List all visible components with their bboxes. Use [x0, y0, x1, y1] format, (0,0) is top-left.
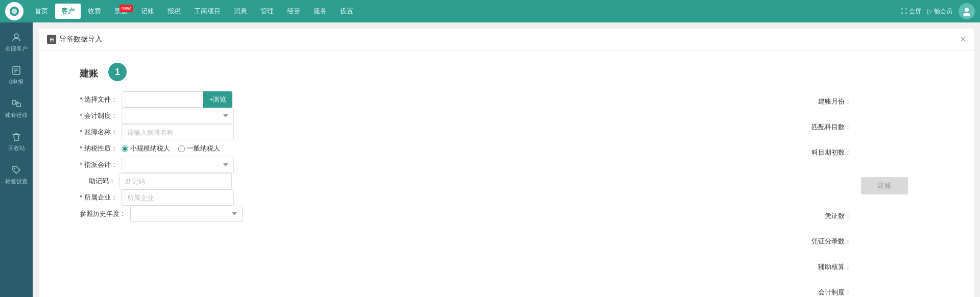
nav-home[interactable]: 首页: [29, 4, 54, 19]
tax-general-radio[interactable]: [178, 145, 185, 152]
accountant-row: * 指派会计：: [80, 157, 790, 173]
nav-right: ⛶ 全屏 ▷ 畅会员: [901, 3, 975, 19]
info-column: 建账月份： 匹配科目数： 科目期初数： 建账: [810, 63, 974, 297]
nav-settings[interactable]: 设置: [334, 4, 360, 19]
close-button[interactable]: ×: [960, 35, 966, 44]
nav-operations[interactable]: 经营: [281, 4, 306, 19]
ledger-name-input[interactable]: [122, 124, 234, 140]
content-area: ⊞ 导爷数据导入 × 建账 1: [33, 22, 980, 297]
memo-row: 助记码：: [80, 173, 790, 189]
nav-tax[interactable]: 报税: [161, 4, 187, 19]
file-select-row: * 选择文件： +浏览: [80, 91, 790, 108]
match-subjects-row: 匹配科目数：: [810, 119, 959, 135]
step-indicator: 建账 1: [80, 63, 790, 81]
voucher-records-row: 凭证分录数：: [810, 233, 959, 250]
match-subjects-label: 匹配科目数：: [810, 122, 851, 132]
nav-bookkeeping[interactable]: 记账: [135, 4, 160, 19]
memo-label: 助记码：: [80, 177, 115, 186]
voucher-records-label: 凭证分录数：: [810, 237, 851, 246]
company-label: * 所属企业：: [80, 193, 117, 202]
svg-point-2: [963, 13, 970, 16]
dialog-panel: ⊞ 导爷数据导入 × 建账 1: [39, 29, 974, 297]
auxiliary-row: 辅助核算：: [810, 259, 959, 275]
info-accounting-system-label: 会计制度：: [810, 288, 851, 297]
member-button[interactable]: ▷ 畅会员: [927, 7, 952, 16]
file-input[interactable]: [122, 91, 203, 108]
nav-service[interactable]: 服务: [307, 4, 333, 19]
svg-rect-8: [12, 101, 16, 104]
accounting-system-row: * 会计制度：: [80, 108, 790, 124]
avatar[interactable]: [959, 3, 975, 19]
tax-nature-label: * 纳税性质：: [80, 144, 117, 153]
svg-point-3: [14, 34, 18, 38]
sidebar-item-all-customers[interactable]: 全部客户: [0, 27, 33, 58]
nav-message[interactable]: 消息: [228, 4, 253, 19]
nav-manage[interactable]: 管理: [254, 4, 280, 19]
accounting-month-label: 建账月份：: [810, 97, 851, 106]
trash-icon: [11, 131, 22, 142]
file-row: +浏览: [122, 91, 233, 108]
auxiliary-label: 辅助核算：: [810, 262, 851, 271]
nav-badge-new: new: [119, 5, 133, 12]
ledger-name-label: * 账簿名称：: [80, 128, 117, 137]
step-circle: 1: [108, 63, 127, 81]
accounting-month-row: 建账月份：: [810, 93, 959, 110]
user-icon: [11, 32, 22, 43]
tax-nature-row: * 纳税性质： 小规模纳税人 一般纳税人: [80, 140, 790, 157]
nav-business[interactable]: 工商项目: [188, 4, 227, 19]
logo: [5, 2, 23, 20]
subjects-initial-row: 科目期初数：: [810, 144, 959, 161]
sidebar-item-account-migration[interactable]: 账套迁移: [0, 93, 33, 124]
sidebar-item-recycle[interactable]: 回收站: [0, 126, 33, 157]
ledger-name-row: * 账簿名称：: [80, 124, 790, 140]
dialog-title: 导爷数据导入: [59, 35, 102, 44]
sidebar-item-tag-settings[interactable]: 标签设置: [0, 159, 33, 190]
transfer-icon: [11, 98, 22, 109]
company-row: * 所属企业：: [80, 189, 790, 206]
svg-rect-9: [17, 103, 20, 107]
accountant-select[interactable]: [122, 157, 234, 173]
report-icon: [11, 65, 22, 76]
tax-nature-radio-group: 小规模纳税人 一般纳税人: [122, 144, 220, 153]
build-account-button[interactable]: 建账: [861, 177, 908, 194]
subjects-initial-label: 科目期初数：: [810, 148, 851, 157]
svg-point-1: [965, 8, 969, 12]
sidebar: 全部客户 0申报 账套迁移: [0, 22, 33, 297]
nav-billing[interactable]: 收费: [82, 4, 107, 19]
nav-invoice[interactable]: 票据 new: [108, 4, 134, 19]
file-browse-button[interactable]: +浏览: [203, 91, 233, 108]
sidebar-item-zero-declaration[interactable]: 0申报: [0, 60, 33, 91]
history-year-row: 参照历史年度：: [80, 206, 790, 222]
main-layout: 全部客户 0申报 账套迁移: [0, 22, 980, 297]
nav-customers[interactable]: 客户: [55, 4, 81, 19]
history-year-select[interactable]: [130, 206, 243, 222]
dialog-body: 建账 1 * 选择文件： +浏览: [39, 51, 974, 297]
fullscreen-button[interactable]: ⛶ 全屏: [901, 7, 921, 16]
step-label: 建账: [80, 67, 98, 80]
accountant-label: * 指派会计：: [80, 160, 117, 169]
dialog-header: ⊞ 导爷数据导入 ×: [39, 29, 974, 51]
file-label: * 选择文件：: [80, 95, 117, 104]
top-nav: 首页 客户 收费 票据 new 记账 报税 工商项目 消息 管理 经营 服务 设…: [0, 0, 980, 22]
voucher-count-label: 凭证数：: [810, 211, 851, 220]
memo-input[interactable]: [119, 173, 232, 189]
voucher-count-row: 凭证数：: [810, 208, 959, 224]
import-icon: ⊞: [47, 35, 56, 44]
info-accounting-system-row: 会计制度：: [810, 284, 959, 297]
accounting-system-label: * 会计制度：: [80, 111, 117, 120]
tag-icon: [11, 164, 22, 176]
tax-general-label[interactable]: 一般纳税人: [178, 144, 220, 153]
svg-point-10: [14, 168, 15, 169]
nav-items: 首页 客户 收费 票据 new 记账 报税 工商项目 消息 管理 经营 服务 设…: [29, 4, 901, 19]
history-year-label: 参照历史年度：: [80, 209, 126, 218]
company-input[interactable]: [122, 189, 234, 206]
accounting-system-select[interactable]: [122, 108, 234, 124]
tax-small-label[interactable]: 小规模纳税人: [122, 144, 170, 153]
dialog-title-row: ⊞ 导爷数据导入: [47, 35, 102, 44]
tax-small-radio[interactable]: [122, 145, 128, 152]
